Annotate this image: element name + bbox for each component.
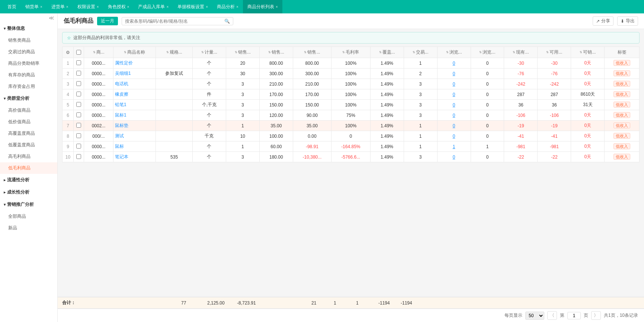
sidebar-group-flow[interactable]: ▸ 流通性分析 (0, 174, 57, 186)
row-select-checkbox[interactable] (76, 60, 81, 65)
row-view1[interactable]: 0 (437, 110, 471, 121)
sidebar-collapse-btn[interactable]: ≪ (0, 13, 57, 22)
close-icon[interactable]: × (40, 5, 42, 9)
close-icon[interactable]: × (236, 5, 238, 9)
sidebar-item-sales-products[interactable]: 销售类商品 (0, 35, 57, 46)
prev-page-button[interactable]: 〈 (547, 311, 557, 320)
sidebar-group-marketing[interactable]: ▾ 营销推广分析 (0, 198, 57, 211)
row-name[interactable]: 测试 (113, 131, 156, 141)
col-tag[interactable]: 标签 (605, 47, 640, 58)
col-settings[interactable]: ⚙ (63, 47, 74, 58)
col-view2[interactable]: ⇅浏览... (471, 47, 504, 58)
row-view1[interactable]: 0 (437, 79, 471, 89)
sidebar-item-high-coverage[interactable]: 高覆盖度商品 (0, 128, 57, 139)
sidebar-group-cluster[interactable]: ▾ 类群堂分析 (0, 92, 57, 105)
col-trade[interactable]: ⇅交易... (404, 47, 437, 58)
col-sales-amount[interactable]: ⇅销售... (293, 47, 331, 58)
row-checkbox[interactable] (74, 121, 84, 131)
row-checkbox[interactable] (74, 79, 84, 89)
nav-item-template[interactable]: 单据模板设置 × (173, 0, 212, 13)
col-sellable[interactable]: ⇅可销... (571, 47, 605, 58)
sidebar-item-low-coverage[interactable]: 低覆盖度商品 (0, 139, 57, 151)
filter-button[interactable]: 近一月 (97, 17, 118, 25)
row-name[interactable]: 鼠标垫 (113, 121, 156, 131)
sidebar-item-all-products[interactable]: 全部商品 (0, 211, 57, 222)
sidebar-item-new-products[interactable]: 新品 (0, 222, 57, 234)
row-view1[interactable]: 1 (437, 141, 471, 152)
row-select-checkbox[interactable] (76, 71, 81, 76)
sidebar-item-high-margin[interactable]: 高毛利商品 (0, 151, 57, 162)
row-view1[interactable]: 0 (437, 121, 471, 131)
nav-item-purchase[interactable]: 进货单 × (47, 0, 73, 13)
row-view1[interactable]: 0 (437, 100, 471, 110)
row-name[interactable]: 吴细细1 (113, 68, 156, 79)
export-button[interactable]: ⬇ 导出 (617, 16, 638, 26)
nav-item-role[interactable]: 角色授权 × (103, 0, 134, 13)
sidebar-item-high-value[interactable]: 高价值商品 (0, 105, 57, 116)
nav-item-sales[interactable]: 销货单 × (21, 0, 47, 13)
col-current[interactable]: ⇅现有... (504, 47, 538, 58)
next-page-button[interactable]: 〉 (591, 311, 601, 320)
col-sales-price[interactable]: ⇅销售... (259, 47, 293, 58)
col-unit[interactable]: ⇅计量... (192, 47, 226, 58)
row-name[interactable]: 属性定价 (113, 58, 156, 68)
col-code[interactable]: ⇅商... (84, 47, 113, 58)
col-spec[interactable]: ⇅规格... (156, 47, 193, 58)
close-icon[interactable]: × (127, 5, 129, 9)
nav-item-analysis[interactable]: 商品分析 × (212, 0, 243, 13)
row-checkbox[interactable] (74, 141, 84, 152)
col-gross-margin[interactable]: ⇅毛利率 (331, 47, 370, 58)
row-checkbox[interactable] (74, 110, 84, 121)
row-select-checkbox[interactable] (76, 102, 81, 107)
row-checkbox[interactable] (74, 152, 84, 162)
share-button[interactable]: ↗ 分享 (593, 16, 613, 26)
nav-item-perm[interactable]: 权限设置 × (73, 0, 103, 13)
sidebar-item-low-margin[interactable]: 低毛利商品 (0, 162, 57, 174)
col-available[interactable]: ⇅可用... (538, 47, 571, 58)
row-select-checkbox[interactable] (76, 144, 81, 149)
row-name[interactable]: 鼠标 (113, 141, 156, 152)
close-icon[interactable]: × (97, 5, 99, 9)
nav-item-analysis-list[interactable]: 商品分析列表 × (243, 0, 282, 13)
close-icon[interactable]: × (166, 5, 169, 9)
sidebar-group-growth[interactable]: ▸ 成长性分析 (0, 186, 57, 198)
sidebar-group-overview[interactable]: ▾ 整体信息 (0, 22, 57, 35)
select-all-checkbox[interactable] (76, 50, 81, 55)
col-sales-qty[interactable]: ⇅销售... (226, 47, 259, 58)
row-view1[interactable]: 0 (437, 152, 471, 162)
row-select-checkbox[interactable] (76, 112, 81, 117)
row-name[interactable]: 电话机 (113, 79, 156, 89)
row-view1[interactable]: 0 (437, 89, 471, 100)
nav-item-home[interactable]: 首页 (3, 0, 21, 13)
page-input[interactable] (567, 312, 581, 319)
sidebar-item-category-rate[interactable]: 商品分类助销率 (0, 58, 57, 69)
sidebar-item-traded-products[interactable]: 交易过的商品 (0, 46, 57, 58)
row-checkbox[interactable] (74, 131, 84, 141)
per-page-select[interactable]: 50 100 200 (525, 312, 544, 320)
row-name[interactable]: 橡皮擦 (113, 89, 156, 100)
row-view1[interactable]: 0 (437, 58, 471, 68)
col-view1[interactable]: ⇅浏览... (437, 47, 471, 58)
col-coverage[interactable]: ⇅覆盖... (370, 47, 404, 58)
row-checkbox[interactable] (74, 58, 84, 68)
row-select-checkbox[interactable] (76, 81, 81, 86)
row-view1[interactable]: 0 (437, 131, 471, 141)
close-icon[interactable]: × (66, 5, 68, 9)
row-checkbox[interactable] (74, 100, 84, 110)
row-select-checkbox[interactable] (76, 133, 81, 138)
row-name[interactable]: 笔记本 (113, 152, 156, 162)
row-select-checkbox[interactable] (76, 92, 81, 96)
row-name[interactable]: 铅笔1 (113, 100, 156, 110)
nav-item-product[interactable]: 产成品入库单 × (134, 0, 173, 13)
row-name[interactable]: 鼠标1 (113, 110, 156, 121)
row-select-checkbox[interactable] (76, 154, 81, 159)
sidebar-item-low-value[interactable]: 低价值商品 (0, 116, 57, 128)
row-select-checkbox[interactable] (76, 123, 81, 128)
row-view1[interactable]: 0 (437, 68, 471, 79)
close-icon[interactable]: × (276, 5, 278, 9)
close-icon[interactable]: × (206, 5, 208, 9)
sidebar-item-in-stock[interactable]: 有库存的商品 (0, 69, 57, 81)
row-checkbox[interactable] (74, 89, 84, 100)
col-checkbox[interactable] (74, 47, 84, 58)
sidebar-item-capital[interactable]: 库存资金占用 (0, 81, 57, 92)
